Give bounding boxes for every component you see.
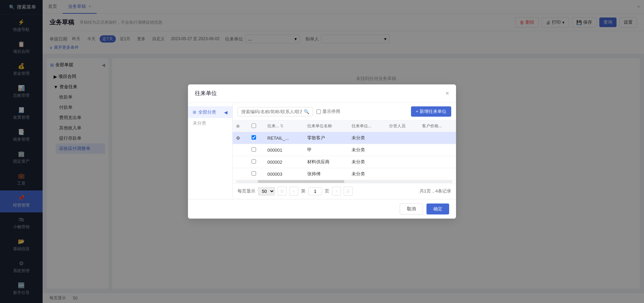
row-category: 未分类: [348, 168, 386, 180]
total-info: 共1页，4条记录: [420, 188, 451, 194]
row-price-type: [419, 132, 456, 144]
scrollbar-thumb: [258, 180, 344, 183]
partner-table: ⚙ 往来... ⇅ 往来单位名称 往来单位...: [233, 120, 456, 180]
modal-overlay: 往来单位 × ⊞ 全部分类 ◀ 未分类: [0, 0, 644, 303]
partner-dialog: 往来单位 × ⊞ 全部分类 ◀ 未分类: [188, 84, 456, 219]
partner-search-box[interactable]: 🔍: [237, 107, 313, 116]
page-suffix: 页: [325, 188, 329, 194]
page-label: 第: [301, 188, 306, 194]
row-checkbox[interactable]: [248, 144, 264, 156]
confirm-button[interactable]: 确定: [426, 203, 449, 214]
first-page-button[interactable]: ⟨⟨: [278, 187, 287, 196]
table-row[interactable]: 000001 甲 未分类: [233, 144, 456, 156]
dialog-category-panel: ⊞ 全部分类 ◀ 未分类: [188, 103, 233, 199]
table-row[interactable]: 000003 张帅傅 未分类: [233, 168, 456, 180]
row-name: 零散客户: [304, 132, 348, 144]
category-all[interactable]: ⊞ 全部分类 ◀: [188, 106, 232, 118]
row-code: 000001: [264, 144, 304, 156]
row-price-type: [419, 156, 456, 168]
dialog-table-wrap: ⚙ 往来... ⇅ 往来单位名称 往来单位...: [233, 120, 456, 180]
dialog-body: ⊞ 全部分类 ◀ 未分类 🔍 显示停用: [188, 103, 456, 199]
row-code: 000002: [264, 156, 304, 168]
dialog-footer: 取消 确定: [188, 199, 456, 219]
row-category: 未分类: [348, 144, 386, 156]
col-price-type: 客户价格...: [419, 120, 456, 132]
col-category: 往来单位...: [348, 120, 386, 132]
show-disabled-checkbox[interactable]: [317, 109, 321, 114]
row-category: 未分类: [348, 156, 386, 168]
dialog-toolbar: 🔍 显示停用 + 新增往来单位: [233, 103, 456, 120]
col-manager: 分管人员: [386, 120, 418, 132]
category-icon: ⊞: [193, 110, 196, 115]
col-settings[interactable]: ⚙: [233, 120, 248, 132]
row-settings-icon: ⚙: [236, 136, 240, 141]
row-settings: [233, 144, 248, 156]
dialog-close-button[interactable]: ×: [445, 90, 449, 97]
row-checkbox[interactable]: [248, 132, 264, 144]
page-input[interactable]: [308, 187, 322, 195]
row-checkbox[interactable]: [248, 156, 264, 168]
row-category: 未分类: [348, 132, 386, 144]
row-manager: [386, 132, 418, 144]
col-name: 往来单位名称: [304, 120, 348, 132]
row-name: 张帅傅: [304, 168, 348, 180]
partner-search-input[interactable]: [241, 109, 302, 114]
row-manager: [386, 144, 418, 156]
horizontal-scrollbar[interactable]: [236, 180, 453, 183]
row-settings: [233, 168, 248, 180]
row-name: 甲: [304, 144, 348, 156]
dialog-title: 往来单位: [195, 90, 217, 97]
search-icon: 🔍: [304, 109, 309, 114]
sort-icon[interactable]: ⇅: [280, 124, 284, 128]
partner-table-body: ⚙ RETAIL_... 零散客户 未分类: [233, 132, 456, 180]
prev-page-button[interactable]: ‹: [289, 187, 298, 196]
col-checkbox[interactable]: [248, 120, 264, 132]
row-manager: [386, 156, 418, 168]
row-settings: [233, 156, 248, 168]
per-page-select[interactable]: 50: [258, 187, 275, 196]
cancel-button[interactable]: 取消: [400, 203, 423, 214]
row-code: 000003: [264, 168, 304, 180]
show-disabled-toggle[interactable]: 显示停用: [317, 108, 340, 115]
row-checkbox[interactable]: [248, 168, 264, 180]
table-header: ⚙ 往来... ⇅ 往来单位名称 往来单位...: [233, 120, 456, 132]
dialog-header: 往来单位 ×: [188, 84, 456, 103]
add-partner-button[interactable]: + 新增往来单位: [411, 106, 451, 117]
uncategorized-item[interactable]: 未分类: [188, 118, 232, 128]
last-page-button[interactable]: ⟩⟩: [344, 187, 353, 196]
dialog-pagination: 每页显示 50 ⟨⟨ ‹ 第 页 › ⟩⟩ 共1页，4条记录: [233, 183, 456, 199]
dialog-right-panel: 🔍 显示停用 + 新增往来单位 ⚙: [233, 103, 456, 199]
per-page-label: 每页显示: [237, 188, 255, 194]
col-code: 往来... ⇅: [264, 120, 304, 132]
table-row[interactable]: ⚙ RETAIL_... 零散客户 未分类: [233, 132, 456, 144]
row-price-type: [419, 144, 456, 156]
table-row[interactable]: 000002 材料供应商 未分类: [233, 156, 456, 168]
row-name: 材料供应商: [304, 156, 348, 168]
next-page-button[interactable]: ›: [332, 187, 341, 196]
row-price-type: [419, 168, 456, 180]
select-all-checkbox[interactable]: [252, 124, 256, 128]
collapse-category-icon[interactable]: ◀: [224, 110, 227, 115]
row-settings: ⚙: [233, 132, 248, 144]
row-code: RETAIL_...: [264, 132, 304, 144]
row-manager: [386, 168, 418, 180]
